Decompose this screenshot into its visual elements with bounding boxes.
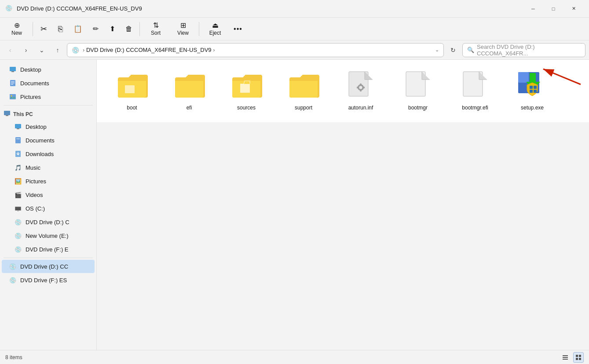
status-right — [560, 352, 584, 363]
new-button[interactable]: ⊕ New — [4, 19, 30, 39]
forward-button[interactable]: › — [19, 44, 33, 57]
status-bar: 8 items — [0, 350, 589, 364]
pictures-qa-icon — [9, 93, 17, 101]
sidebar-item-pictures-pc[interactable]: 🖼️ Pictures — [2, 175, 95, 188]
desktop-pc-icon — [14, 123, 22, 131]
sidebar-item-documents-qa[interactable]: Documents — [2, 76, 95, 90]
file-item-sources[interactable]: sources — [220, 67, 273, 115]
sidebar-item-music-pc[interactable]: 🎵 Music — [2, 161, 95, 174]
svg-rect-43 — [576, 358, 578, 360]
svg-rect-23 — [360, 84, 362, 86]
address-path: › DVD Drive (D:) CCCOMA_X64FRE_EN-US_DV9… — [83, 47, 433, 53]
back-button[interactable]: ‹ — [4, 44, 17, 57]
search-placeholder: Search DVD Drive (D:) CCCOMA_X64FR... — [477, 44, 581, 57]
svg-rect-12 — [15, 137, 21, 143]
svg-rect-24 — [360, 90, 362, 92]
file-item-bootmgr[interactable]: bootmgr — [391, 67, 444, 115]
main-area: Desktop Documents Pictures This PC — [0, 60, 589, 350]
this-pc-header[interactable]: This PC — [0, 107, 96, 120]
up-button[interactable]: ↑ — [51, 44, 64, 57]
file-item-autorun[interactable]: autorun.inf — [334, 67, 387, 115]
sidebar-item-desktop-qa[interactable]: Desktop — [2, 63, 95, 76]
sidebar-label-desktop-pc: Desktop — [26, 124, 47, 130]
cut-icon: ✂ — [40, 25, 47, 33]
file-item-bootmgr-efi[interactable]: bootmgr.efi — [449, 67, 501, 115]
maximize-button[interactable]: □ — [543, 2, 563, 16]
svg-point-7 — [11, 95, 12, 97]
paste-button[interactable]: 📋 — [69, 19, 87, 39]
list-view-button[interactable] — [560, 352, 571, 363]
item-count: 8 items — [5, 354, 22, 360]
eject-button[interactable]: ⏏ Eject — [202, 19, 228, 39]
os-c-icon — [14, 204, 22, 212]
sidebar-label-dvd-d: DVD Drive (D:) C — [26, 219, 70, 226]
sidebar-item-dvd-f2[interactable]: 💿 DVD Drive (F:) ES — [2, 273, 95, 287]
support-folder-icon — [288, 70, 319, 102]
share-button[interactable]: ⬆ — [104, 19, 120, 39]
minimize-button[interactable]: ─ — [523, 2, 543, 16]
sidebar-item-pictures-qa[interactable]: Pictures — [2, 90, 95, 103]
search-icon: 🔍 — [467, 47, 474, 53]
rename-button[interactable]: ✏ — [88, 19, 103, 39]
svg-rect-30 — [518, 72, 529, 83]
copy-button[interactable]: ⎘ — [52, 19, 68, 39]
svg-rect-39 — [563, 357, 568, 358]
file-item-efi[interactable]: efi — [163, 67, 216, 115]
boot-folder-icon — [116, 70, 148, 102]
sidebar-item-dvd-d[interactable]: 💿 DVD Drive (D:) C — [2, 215, 95, 229]
address-box[interactable]: 💿 › DVD Drive (D:) CCCOMA_X64FRE_EN-US_D… — [67, 43, 444, 57]
svg-rect-18 — [125, 85, 135, 93]
toolbar-sep-2 — [139, 22, 140, 36]
title-bar: 💿 DVD Drive (D:) CCCOMA_X64FRE_EN-US_DV9… — [0, 0, 589, 18]
bootmgr-icon — [402, 70, 434, 102]
grid-view-button[interactable] — [573, 352, 584, 363]
view-icon: ⊞ — [180, 22, 186, 29]
setup-label: setup.exe — [521, 105, 544, 112]
list-view-icon — [562, 354, 568, 360]
sidebar-item-downloads-pc[interactable]: Downloads — [2, 147, 95, 160]
delete-button[interactable]: 🗑 — [121, 19, 137, 39]
svg-rect-9 — [6, 115, 8, 116]
delete-icon: 🗑 — [125, 25, 132, 33]
sidebar-item-active-dvd[interactable]: 💿 DVD Drive (D:) CC — [2, 260, 95, 273]
sidebar-label-pictures-qa: Pictures — [20, 94, 41, 100]
paste-icon: 📋 — [73, 25, 82, 33]
refresh-button[interactable]: ↻ — [446, 44, 460, 57]
svg-rect-33 — [534, 86, 537, 89]
sort-button[interactable]: ⇅ Sort — [143, 19, 169, 39]
address-dropdown-icon: ⌄ — [435, 47, 439, 53]
expand-button[interactable]: ⌄ — [35, 44, 48, 57]
more-button[interactable]: ••• — [229, 19, 247, 39]
sidebar-label-documents-qa: Documents — [20, 80, 49, 87]
svg-rect-6 — [10, 94, 16, 99]
file-item-support[interactable]: support — [277, 67, 330, 115]
svg-rect-26 — [357, 87, 359, 88]
svg-line-37 — [543, 69, 581, 84]
autorun-label: autorun.inf — [348, 105, 373, 112]
documents-qa-icon — [9, 79, 17, 87]
new-label: New — [11, 30, 22, 36]
this-pc-subsection: Desktop Documents Downloads 🎵 Music 🖼️ — [0, 120, 96, 256]
sidebar-item-videos-pc[interactable]: 🎬 Videos — [2, 188, 95, 201]
sidebar-item-vol-e[interactable]: 💿 New Volume (E:) — [2, 229, 95, 242]
sidebar-item-desktop-pc[interactable]: Desktop — [2, 120, 95, 133]
sidebar-item-dvd-f[interactable]: 💿 DVD Drive (F:) E — [2, 243, 95, 256]
sidebar-label-dvd-f: DVD Drive (F:) E — [26, 246, 69, 253]
sidebar-item-documents-pc[interactable]: Documents — [2, 134, 95, 147]
search-box[interactable]: 🔍 Search DVD Drive (D:) CCCOMA_X64FR... — [462, 43, 585, 57]
sidebar-label-vol-e: New Volume (E:) — [26, 233, 69, 239]
svg-rect-3 — [11, 81, 15, 82]
sidebar-label-music-pc: Music — [26, 164, 40, 171]
sidebar-label-os-c: OS (C:) — [26, 205, 45, 212]
view-button[interactable]: ⊞ View — [170, 19, 196, 39]
cut-button[interactable]: ✂ — [36, 19, 51, 39]
svg-rect-1 — [11, 71, 14, 72]
close-button[interactable]: ✕ — [563, 2, 584, 16]
file-item-boot[interactable]: boot — [106, 67, 158, 115]
setup-icon — [516, 70, 548, 102]
svg-point-22 — [359, 86, 362, 89]
file-item-setup[interactable]: setup.exe — [506, 67, 559, 115]
sidebar-item-os-c[interactable]: OS (C:) — [2, 202, 95, 215]
title-bar-title: DVD Drive (D:) CCCOMA_X64FRE_EN-US_DV9 — [17, 5, 523, 12]
toolbar-sep-1 — [33, 22, 33, 36]
